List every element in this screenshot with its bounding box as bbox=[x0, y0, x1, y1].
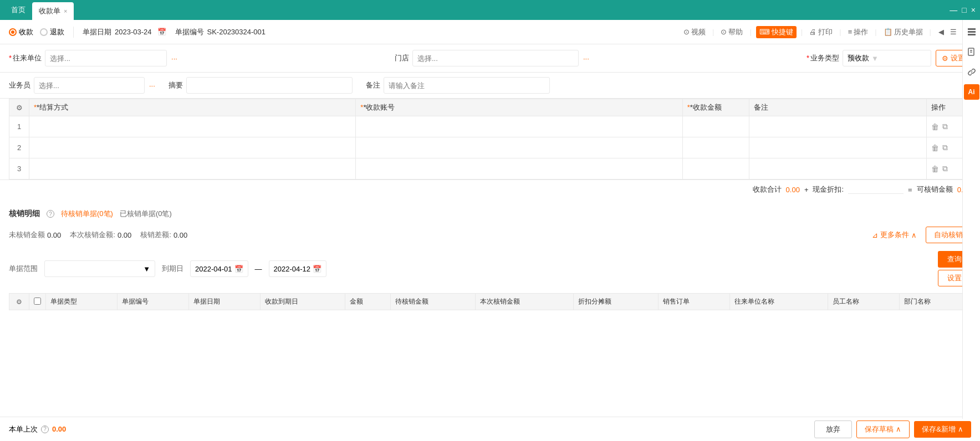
radio-refund[interactable]: 退款 bbox=[40, 27, 64, 37]
delete-row-3-icon[interactable]: 🗑 bbox=[931, 165, 939, 173]
table-row: 2 🗑 ⧉ bbox=[9, 137, 971, 158]
col-dept-name: 部门名称 bbox=[899, 294, 971, 310]
amount-cell-1[interactable] bbox=[682, 116, 749, 137]
current-stat: 本次核销金额: 0.00 bbox=[70, 230, 131, 240]
uncancelled-stat: 未核销金额 0.00 bbox=[9, 230, 61, 240]
partner-ellipsis[interactable]: ··· bbox=[171, 54, 177, 63]
copy-row-2-icon[interactable]: ⧉ bbox=[942, 143, 948, 152]
bottom-table-settings-icon[interactable]: ⚙ bbox=[9, 294, 29, 310]
checkbox-header[interactable] bbox=[29, 294, 46, 310]
writeoff-section: 核销明细 ? 待核销单据(0笔) 已核销单据(0笔) 未核销金额 0.00 本次… bbox=[0, 203, 980, 316]
store-group: 门店 ··· bbox=[395, 50, 589, 66]
col-partner-name: 往来单位名称 bbox=[729, 294, 828, 310]
date-from-input[interactable]: 2022-04-01 📅 bbox=[190, 260, 248, 277]
remark-cell-1[interactable] bbox=[749, 116, 926, 137]
save-new-btn[interactable]: 保存&新增 ∧ bbox=[914, 421, 971, 438]
receipt-table-section: ⚙ **结算方式 **收款账号 **收款金额 备注 操作 1 bbox=[0, 99, 980, 180]
top-nav: 首页 收款单 × — □ × bbox=[0, 0, 980, 20]
delete-row-2-icon[interactable]: 🗑 bbox=[931, 143, 939, 152]
abandon-btn[interactable]: 放弃 bbox=[814, 421, 852, 438]
calendar-icon[interactable]: 📅 bbox=[157, 28, 166, 36]
calendar-from-icon: 📅 bbox=[234, 265, 243, 273]
number-field: 单据编号 SK-20230324-001 bbox=[175, 27, 266, 37]
radio-receive[interactable]: 收款 bbox=[9, 27, 33, 37]
account-cell-3[interactable] bbox=[356, 158, 682, 180]
writeoff-info-icon[interactable]: ? bbox=[47, 210, 54, 218]
table-row: 3 🗑 ⧉ bbox=[9, 158, 971, 180]
writeoff-stats: 未核销金额 0.00 本次核销金额: 0.00 核销差额: 0.00 ⊿ 更多条… bbox=[9, 223, 971, 247]
remark-cell-3[interactable] bbox=[749, 158, 926, 180]
table-settings-icon[interactable]: ⚙ bbox=[9, 99, 29, 116]
sidebar-table-icon[interactable] bbox=[964, 24, 979, 40]
settlement-cell-2[interactable] bbox=[29, 137, 356, 158]
amount-cell-3[interactable] bbox=[682, 158, 749, 180]
sidebar-ai-icon[interactable]: Ai bbox=[964, 84, 979, 100]
chevron-up-save-icon: ∧ bbox=[958, 425, 963, 433]
print-btn[interactable]: 🖨 打印 bbox=[807, 26, 835, 38]
svg-rect-1 bbox=[968, 31, 976, 33]
receipt-table: ⚙ **结算方式 **收款账号 **收款金额 备注 操作 1 bbox=[9, 99, 971, 180]
partner-group: *往来单位 ··· bbox=[9, 50, 177, 66]
col-doc-date: 单据日期 bbox=[189, 294, 261, 310]
range-dropdown-icon: ▼ bbox=[143, 265, 150, 273]
bottom-table: ⚙ 单据类型 单据编号 单据日期 收款到期日 金额 待核销金额 本次核销金额 折… bbox=[9, 293, 971, 310]
staff-input[interactable] bbox=[34, 77, 145, 94]
col-doc-type: 单据类型 bbox=[46, 294, 118, 310]
footer-info-icon[interactable]: ? bbox=[41, 425, 49, 433]
partner-input[interactable] bbox=[45, 50, 167, 66]
staff-ellipsis[interactable]: ··· bbox=[149, 81, 155, 90]
copy-row-1-icon[interactable]: ⧉ bbox=[942, 122, 948, 131]
range-select[interactable]: ▼ bbox=[44, 260, 155, 277]
footer-left: 本单上次 ? 0.00 bbox=[9, 424, 66, 434]
store-ellipsis[interactable]: ··· bbox=[583, 54, 589, 63]
maximize-icon[interactable]: □ bbox=[962, 6, 966, 14]
account-cell-1[interactable] bbox=[356, 116, 682, 137]
minimize-icon[interactable]: — bbox=[950, 6, 957, 14]
close-window-icon[interactable]: × bbox=[971, 6, 976, 14]
date-field: 单据日期 2023-03-24 📅 bbox=[83, 27, 166, 37]
summary-row: 收款合计 0.00 + 现金折扣: = 可核销金额 0.00 bbox=[0, 180, 980, 199]
prev-layout-icon[interactable]: ◀ bbox=[936, 27, 947, 38]
sidebar-doc-icon[interactable] bbox=[964, 44, 979, 60]
biztype-group: *业务类型 预收款 ▼ bbox=[807, 50, 931, 66]
abstract-group: 摘要 bbox=[169, 77, 353, 94]
abstract-input[interactable] bbox=[186, 77, 353, 94]
shortcut-btn[interactable]: ⌨ 快捷键 bbox=[756, 26, 797, 38]
list-layout-icon[interactable]: ☰ bbox=[948, 27, 959, 38]
delete-row-1-icon[interactable]: 🗑 bbox=[931, 122, 939, 131]
sidebar-link-icon[interactable] bbox=[964, 64, 979, 80]
main-content: 收款 退款 单据日期 2023-03-24 📅 单据编号 SK-20230324… bbox=[0, 20, 980, 441]
col-remark: 备注 bbox=[749, 99, 926, 116]
calendar-to-icon: 📅 bbox=[313, 265, 321, 273]
close-tab-icon[interactable]: × bbox=[64, 8, 67, 14]
settlement-cell-1[interactable] bbox=[29, 116, 356, 137]
shortcut-icon: ⌨ bbox=[759, 28, 770, 36]
dropdown-arrow-icon: ▼ bbox=[871, 54, 879, 63]
help-icon: ⊙ bbox=[721, 28, 727, 36]
discount-input[interactable] bbox=[848, 185, 904, 194]
settlement-cell-3[interactable] bbox=[29, 158, 356, 180]
nav-tab-receipt[interactable]: 收款单 × bbox=[32, 2, 74, 20]
more-filter-btn[interactable]: ⊿ 更多条件 ∧ bbox=[872, 230, 917, 240]
amount-cell-2[interactable] bbox=[682, 137, 749, 158]
pending-link[interactable]: 待核销单据(0笔) bbox=[61, 209, 113, 219]
remark-cell-2[interactable] bbox=[749, 137, 926, 158]
store-input[interactable] bbox=[412, 50, 579, 66]
col-amount: 金额 bbox=[345, 294, 390, 310]
footer-right: 放弃 保存草稿 ∧ 保存&新增 ∧ bbox=[814, 421, 971, 438]
nav-tab-home[interactable]: 首页 bbox=[4, 0, 32, 20]
date-to-input[interactable]: 2022-04-12 📅 bbox=[269, 260, 327, 277]
done-link[interactable]: 已核销单据(0笔) bbox=[120, 209, 172, 219]
biztype-dropdown[interactable]: 预收款 ▼ bbox=[843, 50, 931, 66]
history-btn[interactable]: 📋 历史单据 bbox=[881, 26, 925, 38]
select-all-checkbox[interactable] bbox=[34, 298, 41, 305]
ops-btn[interactable]: ≡ 操作 bbox=[846, 26, 871, 38]
remark-input[interactable] bbox=[384, 77, 550, 94]
account-cell-2[interactable] bbox=[356, 137, 682, 158]
copy-row-3-icon[interactable]: ⧉ bbox=[942, 164, 948, 173]
video-btn[interactable]: ⊙ 视频 bbox=[681, 26, 708, 38]
help-btn[interactable]: ⊙ 帮助 bbox=[718, 26, 745, 38]
filter-icon: ⊿ bbox=[872, 231, 878, 239]
table-row: 1 🗑 ⧉ bbox=[9, 116, 971, 137]
save-draft-btn[interactable]: 保存草稿 ∧ bbox=[856, 421, 910, 438]
